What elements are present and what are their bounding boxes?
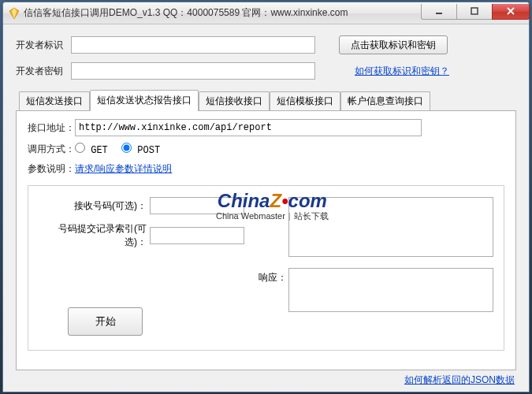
api-url-input[interactable] bbox=[75, 119, 422, 136]
get-credentials-button[interactable]: 点击获取标识和密钥 bbox=[339, 35, 448, 54]
recv-number-label: 接收号码(可选)： bbox=[39, 199, 150, 213]
tab-control: 短信发送接口 短信发送状态报告接口 短信接收接口 短信模板接口 帐户信息查询接口… bbox=[16, 91, 516, 370]
tab-panel: 接口地址： 调用方式： GET POST 参数说明： 请求/响应参数详情说明 bbox=[16, 110, 516, 370]
tab-sms-template[interactable]: 短信模板接口 bbox=[270, 91, 340, 111]
param-doc-link[interactable]: 请求/响应参数详情说明 bbox=[75, 162, 172, 176]
method-post-label: POST bbox=[137, 145, 160, 156]
tab-account-info[interactable]: 帐户信息查询接口 bbox=[340, 91, 430, 111]
window-title: 信信客短信接口调用DEMO_v1.3 QQ：4000075589 官网：www.… bbox=[24, 6, 348, 20]
method-get-label: GET bbox=[91, 145, 108, 156]
record-index-label: 号码提交记录索引(可选)： bbox=[39, 222, 150, 249]
app-window: 信信客短信接口调用DEMO_v1.3 QQ：4000075589 官网：www.… bbox=[2, 2, 530, 392]
app-icon bbox=[8, 7, 20, 20]
method-post-radio[interactable]: POST bbox=[121, 145, 160, 156]
dev-key-label: 开发者密钥 bbox=[16, 65, 71, 78]
credentials-help-link[interactable]: 如何获取标识和密钥？ bbox=[355, 65, 449, 78]
client-area: 开发者标识 点击获取标识和密钥 开发者密钥 如何获取标识和密钥？ 短信发送接口 … bbox=[3, 24, 529, 392]
request-group: 接收号码(可选)： 号码提交记录索引(可选)： 响应： 开始 bbox=[28, 185, 504, 351]
method-label: 调用方式： bbox=[28, 143, 75, 156]
tab-sms-receive[interactable]: 短信接收接口 bbox=[199, 91, 270, 111]
start-button[interactable]: 开始 bbox=[68, 307, 143, 336]
minimize-button[interactable] bbox=[421, 4, 457, 20]
request-textarea[interactable] bbox=[288, 197, 493, 257]
param-label: 参数说明： bbox=[28, 162, 75, 176]
window-control-group bbox=[422, 4, 530, 20]
response-label: 响应： bbox=[259, 271, 287, 284]
method-get-radio[interactable]: GET bbox=[75, 145, 108, 156]
response-textarea[interactable] bbox=[288, 268, 493, 312]
api-url-label: 接口地址： bbox=[28, 121, 75, 135]
svg-rect-0 bbox=[436, 13, 442, 14]
tab-sms-status-report[interactable]: 短信发送状态报告接口 bbox=[90, 90, 199, 111]
titlebar[interactable]: 信信客短信接口调用DEMO_v1.3 QQ：4000075589 官网：www.… bbox=[3, 2, 529, 24]
tab-sms-send[interactable]: 短信发送接口 bbox=[19, 91, 90, 111]
maximize-button[interactable] bbox=[456, 4, 493, 20]
dev-id-label: 开发者标识 bbox=[16, 39, 71, 52]
close-button[interactable] bbox=[492, 4, 530, 20]
dev-key-input[interactable] bbox=[71, 62, 315, 80]
record-index-input[interactable] bbox=[150, 227, 244, 244]
svg-rect-1 bbox=[471, 8, 478, 14]
json-help-link[interactable]: 如何解析返回的JSON数据 bbox=[404, 374, 515, 387]
recv-number-input[interactable] bbox=[150, 197, 244, 214]
dev-id-input[interactable] bbox=[71, 36, 315, 54]
